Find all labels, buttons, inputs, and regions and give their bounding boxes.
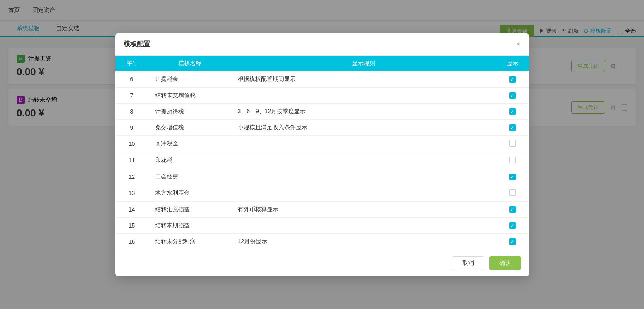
cell-seq: 15	[115, 217, 148, 233]
table-row: 14结转汇兑损益有外币核算显示✓	[115, 201, 529, 217]
cell-check: ✓	[496, 87, 529, 103]
config-table: 序号 模板名称 显示规则 显示 6计提税金根据模板配置期间显示✓7结转未交增值税…	[115, 56, 529, 250]
modal-body: 序号 模板名称 显示规则 显示 6计提税金根据模板配置期间显示✓7结转未交增值税…	[115, 56, 529, 250]
cell-seq: 7	[115, 87, 148, 103]
checkbox-row-1[interactable]: ✓	[509, 92, 516, 99]
modal-footer: 取消 确认	[115, 250, 529, 276]
col-name: 模板名称	[148, 56, 231, 71]
cell-name: 回冲税金	[148, 135, 231, 152]
col-seq: 序号	[115, 56, 148, 71]
cell-name: 免交增值税	[148, 119, 231, 135]
template-config-modal: 模板配置 × 序号 模板名称 显示规则 显示 6计提税金根据模板配置期间	[115, 33, 529, 276]
cell-rule: 有外币核算显示	[231, 201, 496, 217]
cell-name: 工会经费	[148, 169, 231, 185]
cell-rule: 根据模板配置期间显示	[231, 71, 496, 88]
table-body: 6计提税金根据模板配置期间显示✓7结转未交增值税✓8计提所得税3、6、9、12月…	[115, 71, 529, 250]
cell-name: 计提所得税	[148, 103, 231, 119]
cell-check: ✓	[496, 217, 529, 233]
checkbox-row-2[interactable]: ✓	[509, 108, 516, 115]
checkbox-row-5[interactable]	[509, 157, 516, 163]
cell-name: 结转未分配利润	[148, 233, 231, 250]
table-row: 13地方水利基金	[115, 185, 529, 201]
modal-close-button[interactable]: ×	[516, 40, 521, 49]
checkbox-row-4[interactable]	[509, 140, 516, 147]
cell-check: ✓	[496, 119, 529, 135]
cell-check: ✓	[496, 233, 529, 250]
cell-check	[496, 152, 529, 169]
table-head: 序号 模板名称 显示规则 显示	[115, 56, 529, 71]
cell-seq: 6	[115, 71, 148, 88]
table-row: 7结转未交增值税✓	[115, 87, 529, 103]
table-row: 11印花税	[115, 152, 529, 169]
cell-rule: 12月份显示	[231, 233, 496, 250]
cell-rule	[231, 87, 496, 103]
modal-header: 模板配置 ×	[115, 33, 529, 56]
cell-name: 结转未交增值税	[148, 87, 231, 103]
cell-seq: 14	[115, 201, 148, 217]
cell-name: 结转汇兑损益	[148, 201, 231, 217]
checkbox-row-6[interactable]: ✓	[509, 174, 516, 180]
table-row: 9免交增值税小规模且满足收入条件显示✓	[115, 119, 529, 135]
confirm-button[interactable]: 确认	[489, 256, 521, 270]
modal-title: 模板配置	[124, 40, 150, 49]
table-header-row: 序号 模板名称 显示规则 显示	[115, 56, 529, 71]
col-rule: 显示规则	[231, 56, 496, 71]
checkbox-row-3[interactable]: ✓	[509, 124, 516, 131]
col-display: 显示	[496, 56, 529, 71]
cell-rule: 3、6、9、12月按季度显示	[231, 103, 496, 119]
cell-name: 地方水利基金	[148, 185, 231, 201]
table-row: 12工会经费✓	[115, 169, 529, 185]
cell-seq: 9	[115, 119, 148, 135]
cancel-button[interactable]: 取消	[452, 256, 484, 270]
checkbox-row-10[interactable]: ✓	[509, 238, 516, 245]
table-row: 6计提税金根据模板配置期间显示✓	[115, 71, 529, 88]
cell-check: ✓	[496, 103, 529, 119]
cell-check	[496, 135, 529, 152]
cell-rule	[231, 135, 496, 152]
checkbox-row-7[interactable]	[509, 189, 516, 196]
table-row: 16结转未分配利润12月份显示✓	[115, 233, 529, 250]
table-row: 15结转本期损益✓	[115, 217, 529, 233]
cell-rule	[231, 169, 496, 185]
cell-name: 计提税金	[148, 71, 231, 88]
table-row: 8计提所得税3、6、9、12月按季度显示✓	[115, 103, 529, 119]
cell-rule: 小规模且满足收入条件显示	[231, 119, 496, 135]
cell-check	[496, 185, 529, 201]
cell-rule	[231, 152, 496, 169]
cell-check: ✓	[496, 169, 529, 185]
checkbox-row-9[interactable]: ✓	[509, 222, 516, 229]
table-row: 10回冲税金	[115, 135, 529, 152]
cell-seq: 13	[115, 185, 148, 201]
cell-check: ✓	[496, 71, 529, 88]
cell-seq: 16	[115, 233, 148, 250]
cell-rule	[231, 185, 496, 201]
cell-seq: 10	[115, 135, 148, 152]
cell-check: ✓	[496, 201, 529, 217]
modal-overlay: 模板配置 × 序号 模板名称 显示规则 显示 6计提税金根据模板配置期间	[0, 0, 644, 309]
cell-name: 印花税	[148, 152, 231, 169]
checkbox-row-8[interactable]: ✓	[509, 206, 516, 213]
cell-seq: 11	[115, 152, 148, 169]
cell-seq: 8	[115, 103, 148, 119]
cell-rule	[231, 217, 496, 233]
cell-name: 结转本期损益	[148, 217, 231, 233]
cell-seq: 12	[115, 169, 148, 185]
checkbox-row-0[interactable]: ✓	[509, 76, 516, 83]
